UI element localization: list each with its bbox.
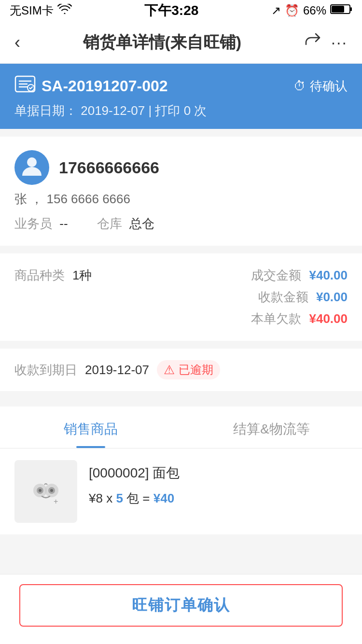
status-time: 下午3:28 [144, 1, 198, 20]
svg-rect-2 [332, 6, 344, 13]
alarm-icon: ⏰ [285, 4, 299, 17]
overdue-badge: ⚠ 已逾期 [157, 360, 220, 379]
product-name: [0000002] 面包 [89, 464, 348, 482]
multiply-sign: x [106, 491, 116, 505]
due-label: 收款到期日 [14, 362, 77, 378]
transaction-row: 成交金额 ¥40.00 [251, 267, 348, 284]
warehouse-info: 仓库 总仓 [97, 215, 154, 232]
svg-point-10 [39, 489, 42, 492]
tab-bar: 销售商品 结算&物流等 [0, 406, 362, 448]
due-date: 2019-12-07 [85, 363, 149, 378]
warehouse-value: 总仓 [129, 216, 154, 231]
customer-section: 17666666666 张 ， 156 6666 6666 业务员 -- 仓库 … [0, 137, 362, 246]
quantity: 5 [116, 491, 123, 505]
overdue-text: 已逾期 [179, 362, 213, 378]
balance-label: 本单欠款 [251, 310, 301, 327]
warehouse-label: 仓库 [97, 216, 122, 231]
nav-bar: ‹ 销货单详情(来自旺铺) ··· [0, 21, 362, 64]
carrier-label: 无SIM卡 [10, 3, 54, 18]
back-button[interactable]: ‹ [14, 32, 20, 53]
product-type-item: 商品种类 1种 [14, 267, 92, 284]
receipt-value: ¥0.00 [316, 290, 348, 305]
status-bar: 无SIM卡 下午3:28 ↗ ⏰ 66% [0, 0, 362, 21]
svg-point-11 [50, 489, 53, 492]
more-icon[interactable]: ··· [331, 33, 348, 52]
receipt-label: 收款金额 [258, 289, 308, 306]
confirm-wangpu-button[interactable]: 旺铺订单确认 [19, 584, 343, 627]
sales-info: 业务员 -- [14, 215, 68, 232]
order-header: SA-20191207-002 ⏱ 待确认 单据日期： 2019-12-07 |… [0, 64, 362, 129]
total-price: ¥40 [153, 491, 174, 505]
location-icon: ↗ [271, 4, 281, 17]
order-status: ⏱ 待确认 [293, 78, 348, 95]
customer-alt-phone: 156 6666 6666 [46, 192, 130, 206]
receipt-row: 收款金额 ¥0.00 [258, 289, 348, 306]
battery-icon [330, 3, 352, 18]
bottom-bar: 旺铺订单确认 [0, 574, 362, 644]
product-price: ¥8 x 5 包 = ¥40 [89, 490, 348, 507]
nav-actions: ··· [304, 32, 348, 53]
svg-point-5 [27, 157, 37, 167]
print-separator: | [148, 103, 155, 118]
balance-row: 本单欠款 ¥40.00 [251, 310, 348, 327]
customer-name: 张 [14, 192, 27, 206]
product-thumbnail: + [14, 460, 77, 523]
price-value: ¥8 [89, 491, 103, 505]
summary-left: 商品种类 1种 [14, 267, 92, 284]
status-left: 无SIM卡 [10, 3, 72, 18]
customer-detail: 张 ， 156 6666 6666 [14, 191, 348, 208]
equals-sign: = [142, 491, 153, 505]
print-count: 打印 0 次 [155, 103, 207, 118]
order-number: SA-20191207-002 [42, 77, 168, 95]
product-code: [0000002] [89, 465, 149, 480]
transaction-label: 成交金额 [251, 267, 301, 284]
transaction-value: ¥40.00 [309, 268, 348, 283]
detail-separator: ， [30, 192, 43, 206]
divider [0, 399, 362, 406]
svg-rect-1 [350, 7, 352, 11]
summary-section: 商品种类 1种 成交金额 ¥40.00 收款金额 ¥0.00 本单欠款 ¥40.… [0, 253, 362, 341]
status-text: 待确认 [310, 78, 348, 95]
tab-settlement[interactable]: 结算&物流等 [181, 406, 362, 448]
customer-meta: 业务员 -- 仓库 总仓 [14, 215, 348, 232]
product-type-label: 商品种类 [14, 267, 65, 284]
page-title: 销货单详情(来自旺铺) [83, 31, 242, 54]
status-right: ↗ ⏰ 66% [271, 3, 352, 18]
avatar [14, 150, 49, 185]
sales-label: 业务员 [14, 216, 52, 231]
customer-phone: 17666666666 [59, 158, 159, 177]
sales-value: -- [59, 216, 68, 231]
avatar-icon [21, 154, 43, 181]
product-item: + [0000002] 面包 ¥8 x 5 包 = ¥40 [0, 448, 362, 534]
order-icon [14, 75, 36, 97]
wifi-icon [57, 4, 72, 17]
order-id: SA-20191207-002 [14, 75, 168, 97]
date-label: 单据日期： [14, 103, 77, 118]
unit: 包 [126, 491, 139, 505]
date-value: 2019-12-07 [81, 103, 145, 118]
overdue-icon: ⚠ [164, 363, 175, 378]
share-icon[interactable] [304, 32, 321, 53]
balance-value: ¥40.00 [309, 311, 348, 326]
tab-sales-products[interactable]: 销售商品 [0, 406, 181, 448]
product-title: 面包 [153, 465, 180, 480]
svg-text:+: + [54, 497, 58, 505]
battery-label: 66% [303, 4, 326, 17]
product-type-value: 1种 [72, 267, 92, 284]
clock-icon: ⏱ [293, 79, 306, 94]
product-info: [0000002] 面包 ¥8 x 5 包 = ¥40 [89, 460, 348, 507]
order-date: 单据日期： 2019-12-07 | 打印 0 次 [14, 102, 348, 119]
summary-right: 成交金额 ¥40.00 收款金额 ¥0.00 本单欠款 ¥40.00 [251, 267, 348, 327]
due-section: 收款到期日 2019-12-07 ⚠ 已逾期 [0, 349, 362, 391]
